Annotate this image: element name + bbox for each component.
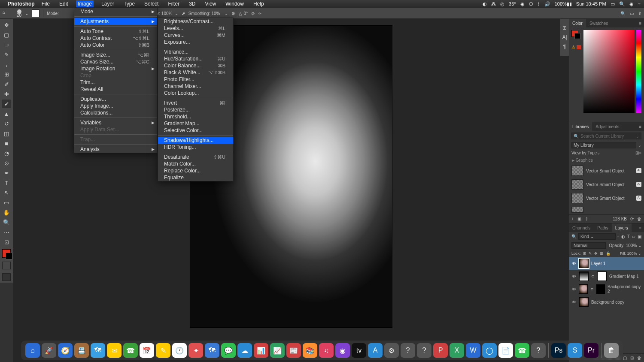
- library-item[interactable]: Vector Smart ObjectAi: [569, 178, 644, 191]
- tab-swatches[interactable]: Swatches: [586, 19, 611, 27]
- layer-row[interactable]: 👁Layer 1: [569, 257, 644, 270]
- flow-value[interactable]: 100%: [161, 11, 173, 16]
- status-icon[interactable]: ⁂: [491, 1, 496, 7]
- menu-item[interactable]: Replace Color...: [158, 167, 233, 174]
- menu-item[interactable]: Curves...⌘M: [158, 32, 233, 39]
- quick-mask[interactable]: [2, 262, 11, 269]
- view-by-label[interactable]: View by Type: [571, 151, 597, 155]
- menu-item[interactable]: Exposure...: [158, 39, 233, 45]
- filter-pixel-icon[interactable]: ▫: [617, 234, 619, 239]
- color-field[interactable]: [583, 30, 635, 113]
- layer-thumb[interactable]: [579, 259, 589, 268]
- trash-icon[interactable]: 🗑: [637, 217, 641, 221]
- menu-layer[interactable]: Layer: [100, 0, 116, 7]
- menu-select[interactable]: Select: [143, 0, 160, 7]
- dock-app[interactable]: 📰: [286, 343, 301, 358]
- dock-app[interactable]: ?: [531, 343, 546, 358]
- menu-item[interactable]: Image Size...⌥⌘I: [74, 51, 157, 58]
- lock-icon[interactable]: ✎: [589, 251, 592, 256]
- wifi-icon[interactable]: ⧙: [538, 1, 540, 6]
- blend-mode[interactable]: Normal: [571, 242, 606, 249]
- marquee-tool[interactable]: ▢: [2, 30, 11, 39]
- edit-toolbar[interactable]: ⊡: [2, 238, 11, 246]
- dock-app[interactable]: 🧭: [58, 343, 73, 358]
- tab-adjustments[interactable]: Adjustments: [592, 122, 623, 131]
- hue-slider[interactable]: [636, 30, 641, 113]
- dock-app[interactable]: tv: [352, 343, 366, 358]
- fill-value[interactable]: 100%: [627, 251, 637, 256]
- dock-app[interactable]: ✦: [188, 343, 203, 358]
- screen-mode[interactable]: [2, 273, 11, 281]
- chevron-down-icon[interactable]: ⌄: [638, 143, 641, 148]
- dock-app[interactable]: ◉: [335, 343, 350, 358]
- group-icon[interactable]: ▢: [623, 356, 627, 360]
- zoom-tool[interactable]: 🔍: [2, 218, 11, 226]
- shape-tool[interactable]: ▭: [2, 198, 11, 207]
- hand-tool[interactable]: ✋: [2, 208, 11, 217]
- share-icon[interactable]: ⇪: [638, 11, 641, 16]
- menu-3d[interactable]: 3D: [187, 0, 197, 7]
- panel-menu-icon[interactable]: ≡: [636, 21, 644, 26]
- battery-indicator[interactable]: 100% ▮▮: [555, 1, 572, 7]
- menu-item[interactable]: Shadows/Highlights...: [158, 137, 233, 144]
- menu-view[interactable]: View: [203, 0, 218, 7]
- menu-item[interactable]: Duplicate...: [74, 96, 157, 103]
- panel-icon[interactable]: ¶: [562, 44, 568, 50]
- library-item[interactable]: Vector Smart ObjectAi: [569, 164, 644, 178]
- dock-app[interactable]: Ps: [551, 343, 566, 358]
- brush-swatch[interactable]: [32, 9, 39, 17]
- gamut-warning-icon[interactable]: ⚠: [571, 45, 581, 49]
- menu-item[interactable]: Image Rotation▶: [74, 65, 157, 72]
- chevron-down-icon[interactable]: ⌄: [175, 11, 178, 16]
- menu-item[interactable]: Color Balance...⌘B: [158, 62, 233, 69]
- menu-item[interactable]: Match Color...: [158, 160, 233, 167]
- opacity-value[interactable]: 100%: [626, 243, 637, 248]
- filter-adjust-icon[interactable]: ◐: [621, 234, 625, 239]
- dock-app[interactable]: ◯: [482, 343, 497, 358]
- menu-item[interactable]: Levels...⌘L: [158, 25, 233, 32]
- menu-item[interactable]: Vibrance...: [158, 48, 233, 55]
- menu-edit[interactable]: Edit: [58, 0, 70, 7]
- dock-app[interactable]: W: [466, 343, 480, 358]
- dock-app[interactable]: ?: [417, 343, 431, 358]
- menu-item[interactable]: Adjustments▶: [74, 18, 157, 25]
- menu-item[interactable]: Analysis▶: [74, 146, 157, 153]
- dock-app[interactable]: 🚀: [42, 343, 56, 358]
- layer-mask-thumb[interactable]: [597, 272, 607, 281]
- menu-item[interactable]: Threshold...: [158, 113, 233, 120]
- dock-app[interactable]: P: [433, 343, 448, 358]
- dock-app[interactable]: 💬: [221, 343, 236, 358]
- menu-item[interactable]: Brightness/Contrast...: [158, 18, 233, 25]
- menu-item[interactable]: Reveal All: [74, 86, 157, 93]
- clock[interactable]: Sun 10:45 PM: [576, 1, 606, 6]
- butterfly-icon[interactable]: ✧: [258, 11, 261, 16]
- upload-icon[interactable]: ⇧: [585, 217, 588, 221]
- chevron-down-icon[interactable]: ⌄: [597, 151, 600, 155]
- menu-item[interactable]: Auto Contrast⌥⇧⌘L: [74, 35, 157, 42]
- panel-icon[interactable]: A|: [562, 34, 568, 40]
- status-icon[interactable]: ◐: [483, 1, 487, 7]
- frame-tool[interactable]: ⊞: [2, 70, 11, 78]
- library-search[interactable]: 🔍 Search Current Library⌄: [571, 133, 641, 139]
- home-icon[interactable]: ⌂: [3, 10, 9, 17]
- search-icon[interactable]: 🔍: [619, 1, 625, 7]
- fg-color-swatch[interactable]: [571, 30, 578, 37]
- gear-icon[interactable]: ⚙: [231, 11, 235, 16]
- layer-thumb[interactable]: [579, 272, 589, 281]
- menu-icon[interactable]: ≡: [638, 1, 641, 6]
- layer-row[interactable]: 👁⊂Background copy 2: [569, 283, 644, 296]
- dock-app[interactable]: 🕐: [172, 343, 187, 358]
- library-section[interactable]: ▸ Graphics: [569, 157, 644, 164]
- dock-app[interactable]: ⚙: [384, 343, 399, 358]
- symmetry-icon[interactable]: ⊘: [251, 11, 255, 16]
- lock-icon[interactable]: ⊞: [583, 251, 586, 256]
- menu-item[interactable]: Mode▶: [74, 8, 157, 15]
- dock-app[interactable]: 🗺: [205, 343, 219, 358]
- dock-app[interactable]: ☁: [237, 343, 252, 358]
- menu-item[interactable]: Auto Tone⇧⌘L: [74, 28, 157, 35]
- menu-item[interactable]: Desaturate⇧⌘U: [158, 154, 233, 160]
- folder-icon[interactable]: ▣: [577, 217, 581, 221]
- sync-icon[interactable]: ⟳: [630, 217, 634, 221]
- tab-libraries[interactable]: Libraries: [569, 122, 592, 131]
- menu-item[interactable]: Color Lookup...: [158, 90, 233, 97]
